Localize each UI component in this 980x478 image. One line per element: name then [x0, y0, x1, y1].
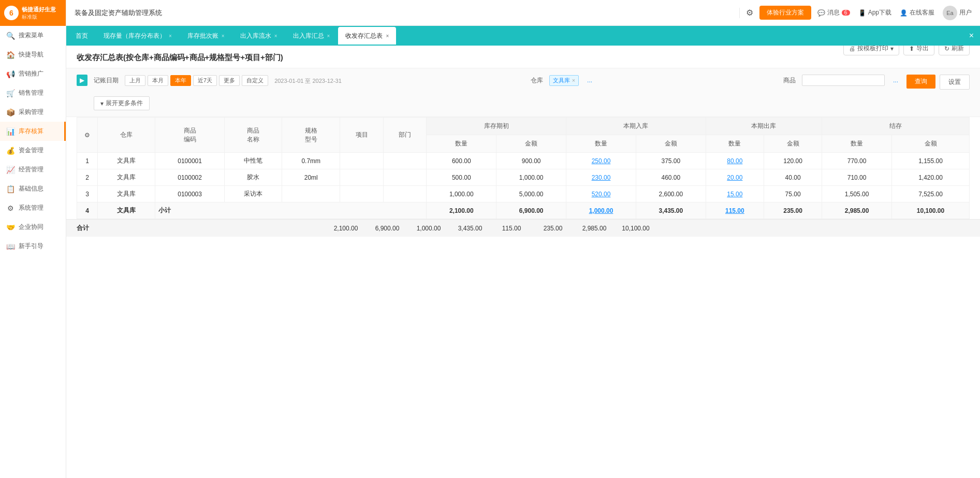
- online-service-btn[interactable]: 👤 在线客服: [900, 8, 934, 17]
- cell-close-qty: 710.00: [822, 169, 892, 186]
- export-label: 导出: [916, 46, 929, 53]
- tab-close-icon[interactable]: ×: [327, 33, 330, 39]
- cell-in-qty[interactable]: 250.00: [566, 153, 636, 169]
- export-button[interactable]: ⬆ 导出: [903, 46, 934, 55]
- cell-seq: 1: [77, 153, 98, 169]
- try-button[interactable]: 体验行业方案: [759, 6, 811, 20]
- sidebar-item-purchase[interactable]: 📦 采购管理: [0, 103, 66, 122]
- user-btn[interactable]: Ea 用户: [943, 6, 972, 20]
- tab-batch[interactable]: 库存批次账 ×: [180, 27, 232, 45]
- system-name: 装备及固定资产辅助管理系统: [75, 8, 733, 18]
- sidebar-item-inventory[interactable]: 📊 库存核算: [0, 122, 66, 141]
- cell-seq: 2: [77, 169, 98, 186]
- cell-out-qty[interactable]: 80.00: [706, 153, 764, 169]
- table-row: 3 文具库 0100003 采访本 1,000.00 5,000.00 520.…: [77, 186, 970, 202]
- sidebar-item-label: 新手引导: [19, 242, 43, 251]
- search-icon: 🔍: [6, 32, 14, 40]
- filter-toggle-btn[interactable]: ▶: [77, 75, 87, 86]
- warehouse-tag-close[interactable]: ×: [572, 77, 575, 83]
- expand-icon: ▾: [100, 100, 104, 107]
- cell-dept: [383, 169, 427, 186]
- cell-spec: 0.7mm: [282, 153, 340, 169]
- sidebar-item-guide[interactable]: 📖 新手引导: [0, 237, 66, 256]
- th-out-amt: 金额: [764, 135, 822, 153]
- app-logo: 6 畅捷通好生意 标准版: [0, 0, 66, 26]
- sidebar-item-cooperation[interactable]: 🤝 企业协同: [0, 218, 66, 237]
- sidebar-item-basic-info[interactable]: 📋 基础信息: [0, 179, 66, 198]
- th-settings[interactable]: ⚙: [77, 118, 98, 153]
- subtotal-out-qty[interactable]: 115.00: [706, 202, 764, 219]
- goods-dots-btn[interactable]: ...: [891, 76, 900, 85]
- data-table: ⚙ 仓库 商品编码 商品名称 规格型号 项目 部门 库存期初 本期入库 本期出库…: [77, 117, 970, 219]
- tab-label: 出入库流水: [240, 32, 271, 40]
- close-all-tabs[interactable]: ×: [965, 29, 978, 42]
- footer-open-qty: 2,100.00: [325, 225, 367, 232]
- logo-title: 畅捷通好生意: [22, 6, 56, 13]
- warehouse-tag-name: 文具库: [553, 77, 570, 84]
- user-label: 用户: [959, 8, 972, 17]
- th-inbound: 本期入库: [566, 118, 706, 135]
- refresh-label: 刷新: [952, 46, 964, 53]
- th-project: 项目: [340, 118, 384, 153]
- cell-in-qty[interactable]: 520.00: [566, 186, 636, 202]
- sidebar-item-system[interactable]: ⚙ 系统管理: [0, 198, 66, 218]
- table-settings-icon[interactable]: ⚙: [84, 132, 90, 139]
- settings-icon[interactable]: ⚙: [746, 8, 753, 18]
- sidebar-item-search[interactable]: 🔍 搜索菜单: [0, 26, 66, 45]
- sidebar-item-label: 企业协同: [19, 223, 43, 231]
- cell-out-qty[interactable]: 20.00: [706, 169, 764, 186]
- tab-recv-send[interactable]: 收发存汇总表 ×: [338, 27, 396, 45]
- cooperation-icon: 🤝: [6, 223, 14, 231]
- footer-label: 合计: [77, 224, 253, 233]
- setting-button[interactable]: 设置: [940, 75, 970, 90]
- cell-close-amt: 7,525.00: [892, 186, 970, 202]
- date-btn-more[interactable]: 更多: [219, 75, 240, 86]
- query-button[interactable]: 查询: [906, 75, 935, 89]
- tab-label: 现存量（库存分布表）: [104, 32, 166, 40]
- goods-search-input[interactable]: [802, 75, 885, 86]
- tab-inout-flow[interactable]: 出入库流水 ×: [233, 27, 285, 45]
- logo-text: 畅捷通好生意 标准版: [22, 6, 56, 21]
- tab-close-icon[interactable]: ×: [222, 33, 225, 39]
- tab-inout-summary[interactable]: 出入库汇总 ×: [286, 27, 338, 45]
- date-btn-last-month[interactable]: 上月: [125, 75, 145, 86]
- warehouse-dots-btn[interactable]: ...: [585, 76, 594, 85]
- refresh-button[interactable]: ↻ 刷新: [939, 46, 970, 55]
- print-button[interactable]: 🖨 按模板打印 ▾: [843, 46, 899, 55]
- sidebar-item-label: 资金管理: [19, 146, 43, 155]
- tab-close-icon[interactable]: ×: [169, 33, 172, 39]
- cell-warehouse: 文具库: [98, 169, 155, 186]
- message-btn[interactable]: 💬 消息 6: [817, 8, 850, 17]
- sidebar-item-finance[interactable]: 💰 资金管理: [0, 141, 66, 160]
- subtotal-in-qty[interactable]: 1,000.00: [566, 202, 636, 219]
- sidebar-item-marketing[interactable]: 📢 营销推广: [0, 64, 66, 83]
- tab-bar: 首页 现存量（库存分布表） × 库存批次账 × 出入库流水 × 出入库汇总 × …: [66, 26, 980, 46]
- guide-icon: 📖: [6, 242, 14, 251]
- tab-home-label: 首页: [76, 32, 88, 40]
- th-warehouse: 仓库: [98, 118, 155, 153]
- inventory-icon: 📊: [6, 127, 14, 136]
- app-download-btn[interactable]: 📱 App下载: [858, 8, 891, 17]
- th-opening: 库存期初: [427, 118, 566, 135]
- cell-out-qty[interactable]: 15.00: [706, 186, 764, 202]
- sidebar-item-sales[interactable]: 🛒 销售管理: [0, 83, 66, 103]
- footer-in-amt: 3,435.00: [449, 225, 491, 232]
- sidebar-item-operations[interactable]: 📈 经营管理: [0, 160, 66, 179]
- th-code: 商品编码: [155, 118, 225, 153]
- sidebar-item-quick-nav[interactable]: 🏠 快捷导航: [0, 45, 66, 64]
- date-btn-7days[interactable]: 近7天: [193, 75, 217, 86]
- marketing-icon: 📢: [6, 70, 14, 78]
- tab-close-icon[interactable]: ×: [274, 33, 277, 39]
- sidebar-item-label: 经营管理: [19, 165, 43, 174]
- footer-out-amt: 235.00: [532, 225, 574, 232]
- date-btn-this-year[interactable]: 本年: [170, 75, 191, 86]
- tab-home[interactable]: 首页: [68, 27, 95, 45]
- expand-conditions-btn[interactable]: ▾ 展开更多条件: [94, 96, 150, 110]
- th-open-amt: 金额: [496, 135, 566, 153]
- cell-in-qty[interactable]: 230.00: [566, 169, 636, 186]
- date-btn-this-month[interactable]: 本月: [148, 75, 168, 86]
- tab-close-icon[interactable]: ×: [386, 33, 389, 39]
- cell-project: [340, 153, 384, 169]
- tab-stock-dist[interactable]: 现存量（库存分布表） ×: [96, 27, 179, 45]
- date-btn-custom[interactable]: 自定义: [242, 75, 268, 86]
